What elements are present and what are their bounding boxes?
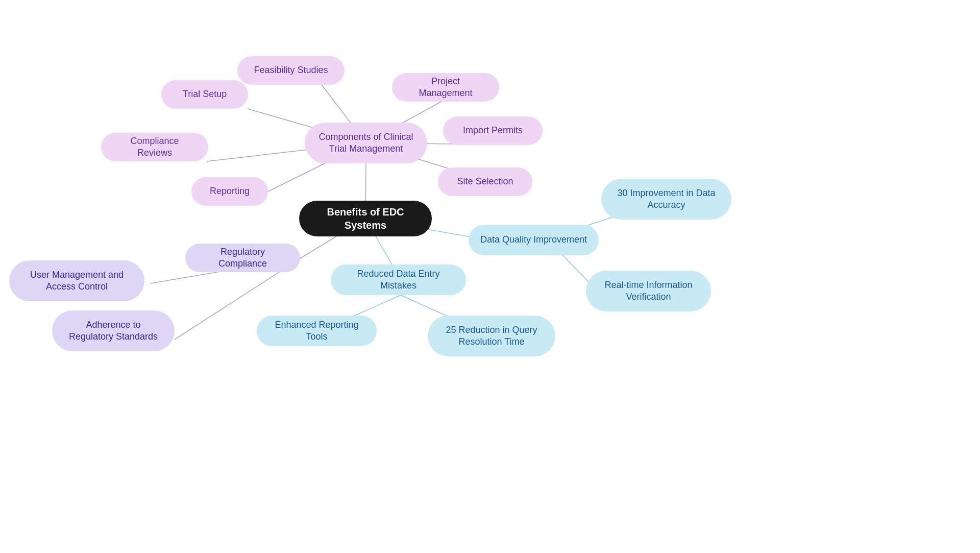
- trial-setup-label: Trial Setup: [183, 88, 227, 100]
- center-label: Benefits of EDC Systems: [310, 205, 421, 232]
- compliance-reviews-node: Compliance Reviews: [101, 133, 208, 161]
- site-selection-node: Site Selection: [438, 167, 532, 196]
- adherence-label: Adherence to Regulatory Standards: [63, 319, 163, 343]
- components-label: Components of Clinical Trial Management: [316, 131, 416, 155]
- project-management-label: Project Management: [403, 76, 488, 100]
- realtime-node: Real-time Information Verification: [586, 271, 711, 311]
- reduced-data-node: Reduced Data Entry Mistakes: [331, 265, 466, 295]
- enhanced-reporting-node: Enhanced Reporting Tools: [257, 316, 377, 346]
- enhanced-reporting-label: Enhanced Reporting Tools: [268, 319, 365, 343]
- query-resolution-label: 25 Reduction in Query Resolution Time: [439, 324, 544, 348]
- regulatory-compliance-label: Regulatory Compliance: [197, 246, 289, 270]
- user-management-node: User Management and Access Control: [9, 260, 144, 301]
- realtime-label: Real-time Information Verification: [597, 279, 700, 303]
- user-management-label: User Management and Access Control: [20, 269, 133, 293]
- import-permits-node: Import Permits: [443, 116, 543, 145]
- components-node: Components of Clinical Trial Management: [305, 123, 427, 163]
- query-resolution-node: 25 Reduction in Query Resolution Time: [428, 316, 555, 356]
- project-management-node: Project Management: [392, 73, 499, 102]
- improvement-accuracy-node: 30 Improvement in Data Accuracy: [601, 179, 731, 220]
- feasibility-node: Feasibility Studies: [237, 56, 345, 85]
- improvement-accuracy-label: 30 Improvement in Data Accuracy: [612, 187, 720, 211]
- reporting-node: Reporting: [191, 177, 268, 206]
- reporting-label: Reporting: [210, 185, 250, 197]
- regulatory-compliance-node: Regulatory Compliance: [185, 244, 300, 272]
- data-quality-node: Data Quality Improvement: [469, 225, 599, 255]
- compliance-reviews-label: Compliance Reviews: [112, 135, 197, 159]
- feasibility-label: Feasibility Studies: [254, 64, 328, 76]
- center-node: Benefits of EDC Systems: [299, 201, 432, 236]
- import-permits-label: Import Permits: [463, 125, 523, 136]
- data-quality-label: Data Quality Improvement: [480, 234, 587, 246]
- trial-setup-node: Trial Setup: [161, 80, 248, 109]
- reduced-data-label: Reduced Data Entry Mistakes: [342, 268, 455, 292]
- site-selection-label: Site Selection: [457, 176, 513, 187]
- adherence-node: Adherence to Regulatory Standards: [52, 310, 175, 351]
